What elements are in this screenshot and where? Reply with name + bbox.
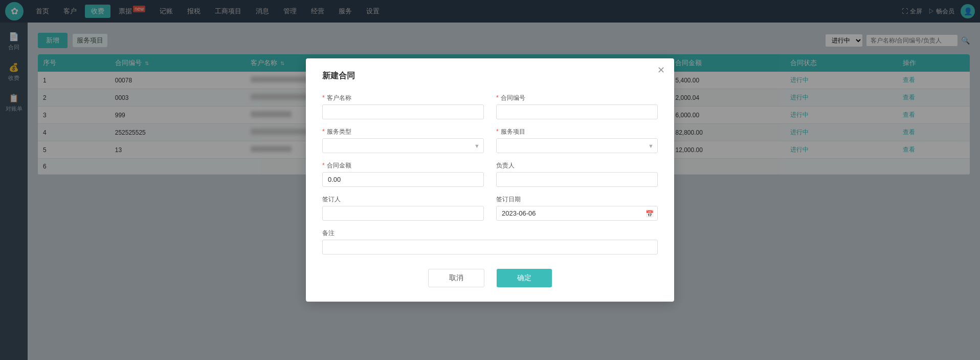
form-row-responsible: 负责人 — [496, 161, 658, 187]
form-row-signer: 签订人 — [322, 195, 484, 221]
modal-overlay: ✕ 新建合同 *客户名称 *合同编号 *服务类型 — [0, 0, 980, 360]
confirm-button[interactable]: 确定 — [497, 269, 552, 287]
contract-no-label: *合同编号 — [496, 94, 658, 102]
modal-close-button[interactable]: ✕ — [657, 66, 665, 75]
new-contract-modal: ✕ 新建合同 *客户名称 *合同编号 *服务类型 — [306, 58, 674, 302]
service-item-select-wrap: ▼ — [496, 138, 658, 153]
modal-footer: 取消 确定 — [322, 269, 658, 287]
form-row-notes: 备注 — [322, 229, 658, 255]
notes-input[interactable] — [322, 240, 658, 255]
sign-date-input[interactable] — [496, 206, 658, 221]
sign-date-label: 签订日期 — [496, 195, 658, 204]
form-row-service-type: *服务类型 ▼ — [322, 128, 484, 153]
service-type-select-wrap: ▼ — [322, 138, 484, 153]
form-row-sign-date: 签订日期 📅 — [496, 195, 658, 221]
notes-label: 备注 — [322, 229, 658, 238]
service-item-label: *服务项目 — [496, 128, 658, 136]
contract-no-input[interactable] — [496, 104, 658, 119]
service-type-select[interactable] — [322, 138, 484, 153]
signer-input[interactable] — [322, 206, 484, 221]
cancel-button[interactable]: 取消 — [428, 269, 484, 287]
modal-title: 新建合同 — [322, 71, 658, 81]
contract-amount-input[interactable] — [322, 172, 484, 187]
sign-date-wrap: 📅 — [496, 206, 658, 221]
service-type-label: *服务类型 — [322, 128, 484, 136]
responsible-label: 负责人 — [496, 161, 658, 170]
contract-amount-label: *合同金额 — [322, 161, 484, 170]
service-item-select[interactable] — [496, 138, 658, 153]
customer-name-input[interactable] — [322, 104, 484, 119]
form-row-service-item: *服务项目 ▼ — [496, 128, 658, 153]
responsible-input[interactable] — [496, 172, 658, 187]
form-row-customer: *客户名称 — [322, 94, 484, 119]
customer-name-label: *客户名称 — [322, 94, 484, 102]
modal-form: *客户名称 *合同编号 *服务类型 ▼ — [322, 94, 658, 221]
form-row-amount: *合同金额 — [322, 161, 484, 187]
form-row-contract-no: *合同编号 — [496, 94, 658, 119]
signer-label: 签订人 — [322, 195, 484, 204]
